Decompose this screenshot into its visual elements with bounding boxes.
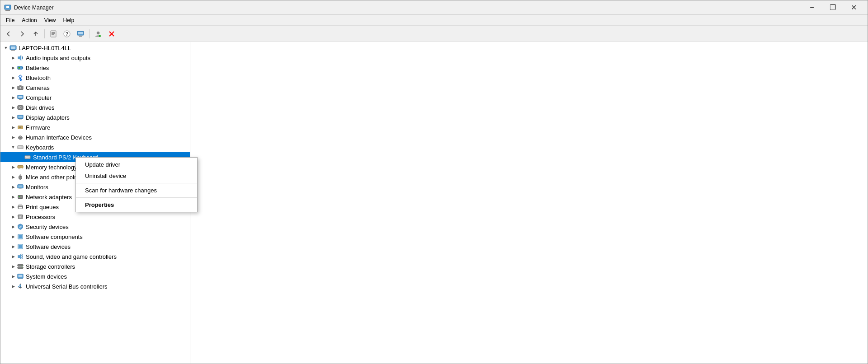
item-expander[interactable]: ▶ — [9, 273, 17, 280]
restore-button[interactable]: ❐ — [822, 0, 843, 15]
context-menu-item-update-driver[interactable]: Update driver — [76, 159, 197, 170]
tree-item-software-comp[interactable]: ▶Software components — [0, 232, 190, 242]
toolbar: ? — [0, 26, 868, 42]
tree-root[interactable]: ▼ LAPTOP-HL0TL4LL — [0, 43, 190, 53]
item-expander[interactable]: ▶ — [9, 243, 17, 250]
svg-rect-63 — [18, 196, 23, 199]
item-expander[interactable]: ▶ — [9, 223, 17, 230]
svg-rect-42 — [19, 146, 20, 147]
svg-rect-3 — [51, 31, 56, 37]
tree-item-computer[interactable]: ▶Computer — [0, 93, 190, 103]
svg-rect-27 — [19, 96, 23, 98]
device-manager-window: Device Manager − ❐ ✕ File Action View He… — [0, 0, 868, 364]
right-panel — [190, 42, 868, 364]
svg-rect-89 — [19, 285, 21, 286]
root-label: LAPTOP-HL0TL4LL — [19, 45, 71, 51]
item-expander[interactable]: ▶ — [9, 193, 17, 201]
toolbar-add-button[interactable] — [92, 28, 104, 40]
root-expander[interactable]: ▼ — [2, 44, 9, 51]
item-icon-audio — [17, 54, 24, 61]
item-expander[interactable]: ▶ — [9, 84, 17, 91]
item-label-software-dev: Software devices — [26, 243, 71, 250]
svg-rect-68 — [19, 207, 22, 209]
tree-item-disk[interactable]: ▶Disk drives — [0, 103, 190, 112]
item-expander[interactable]: ▶ — [9, 233, 17, 240]
toolbar-forward-button[interactable] — [16, 28, 28, 40]
svg-point-90 — [18, 286, 19, 288]
window-title: Device Manager — [14, 5, 802, 11]
context-menu-item-properties[interactable]: Properties — [76, 199, 197, 210]
svg-rect-38 — [19, 136, 21, 138]
context-menu-separator — [76, 183, 197, 183]
item-icon-processors — [17, 213, 24, 220]
tree-item-audio[interactable]: ▶Audio inputs and outputs — [0, 53, 190, 63]
toolbar-help-button[interactable]: ? — [61, 28, 73, 40]
menu-bar: File Action View Help — [0, 15, 868, 26]
item-expander[interactable]: ▶ — [9, 253, 17, 260]
svg-rect-55 — [21, 168, 21, 169]
toolbar-monitor-button[interactable] — [74, 28, 87, 40]
item-expander[interactable]: ▶ — [9, 263, 17, 270]
menu-file[interactable]: File — [2, 16, 18, 24]
toolbar-remove-button[interactable] — [105, 28, 118, 40]
item-expander[interactable]: ▶ — [9, 124, 17, 131]
tree-item-cameras[interactable]: ▶Cameras — [0, 83, 190, 93]
tree-item-storage[interactable]: ▶Storage controllers — [0, 261, 190, 271]
svg-rect-17 — [11, 47, 15, 49]
svg-rect-16 — [11, 50, 15, 51]
toolbar-properties-button[interactable] — [47, 28, 60, 40]
item-expander[interactable]: ▶ — [9, 173, 17, 181]
item-icon-security — [17, 223, 24, 230]
tree-item-software-dev[interactable]: ▶Software devices — [0, 242, 190, 252]
item-expander[interactable]: ▶ — [9, 94, 17, 101]
title-bar: Device Manager − ❐ ✕ — [0, 0, 868, 15]
svg-rect-91 — [20, 286, 21, 288]
item-expander[interactable]: ▼ — [9, 144, 17, 151]
item-label-disk: Disk drives — [26, 104, 55, 111]
item-icon-monitors — [17, 183, 24, 191]
tree-item-processors[interactable]: ▶Processors — [0, 212, 190, 222]
tree-item-system[interactable]: ▶System devices — [0, 271, 190, 281]
tree-item-keyboards[interactable]: ▼Keyboards — [0, 142, 190, 152]
context-menu-item-uninstall-device[interactable]: Uninstall device — [76, 170, 197, 182]
tree-item-display[interactable]: ▶Display adapters — [0, 112, 190, 122]
menu-help[interactable]: Help — [60, 16, 78, 24]
item-label-cameras: Cameras — [26, 84, 50, 91]
toolbar-up-button[interactable] — [29, 28, 42, 40]
tree-item-security[interactable]: ▶Security devices — [0, 222, 190, 232]
menu-view[interactable]: View — [41, 16, 60, 24]
item-icon-cameras — [17, 84, 24, 91]
svg-rect-64 — [19, 196, 20, 197]
item-expander[interactable]: ▶ — [9, 283, 17, 290]
svg-rect-48 — [26, 156, 27, 157]
item-expander[interactable]: ▶ — [9, 183, 17, 191]
minimize-button[interactable]: − — [802, 0, 822, 15]
item-label-monitors: Monitors — [26, 184, 48, 191]
item-expander[interactable]: ▶ — [9, 104, 17, 111]
item-expander[interactable]: ▶ — [9, 134, 17, 141]
item-expander[interactable]: ▶ — [9, 114, 17, 121]
item-icon-keyboards — [17, 144, 24, 151]
tree-item-batteries[interactable]: ▶Batteries — [0, 63, 190, 73]
tree-item-hid[interactable]: ▶Human Interface Devices — [0, 132, 190, 142]
item-icon-disk — [17, 104, 24, 111]
svg-rect-24 — [19, 85, 21, 86]
item-expander[interactable]: ▶ — [9, 163, 17, 171]
svg-rect-46 — [25, 156, 30, 159]
close-button[interactable]: ✕ — [843, 0, 864, 15]
item-expander[interactable]: ▶ — [9, 54, 17, 61]
item-expander[interactable]: ▶ — [9, 64, 17, 71]
menu-action[interactable]: Action — [18, 16, 40, 24]
context-menu-item-scan-hardware[interactable]: Scan for hardware changes — [76, 185, 197, 196]
tree-item-usb[interactable]: ▶Universal Serial Bus controllers — [0, 281, 190, 291]
tree-item-sound[interactable]: ▶Sound, video and game controllers — [0, 252, 190, 261]
svg-rect-41 — [18, 146, 19, 147]
item-expander[interactable]: ▶ — [9, 203, 17, 210]
item-expander[interactable]: ▶ — [9, 74, 17, 81]
item-expander[interactable]: ▶ — [9, 213, 17, 220]
svg-rect-2 — [6, 6, 9, 8]
tree-item-bluetooth[interactable]: ▶Bluetooth — [0, 73, 190, 83]
item-label-firmware: Firmware — [26, 124, 50, 131]
tree-item-firmware[interactable]: ▶Firmware — [0, 122, 190, 132]
toolbar-back-button[interactable] — [2, 28, 15, 40]
